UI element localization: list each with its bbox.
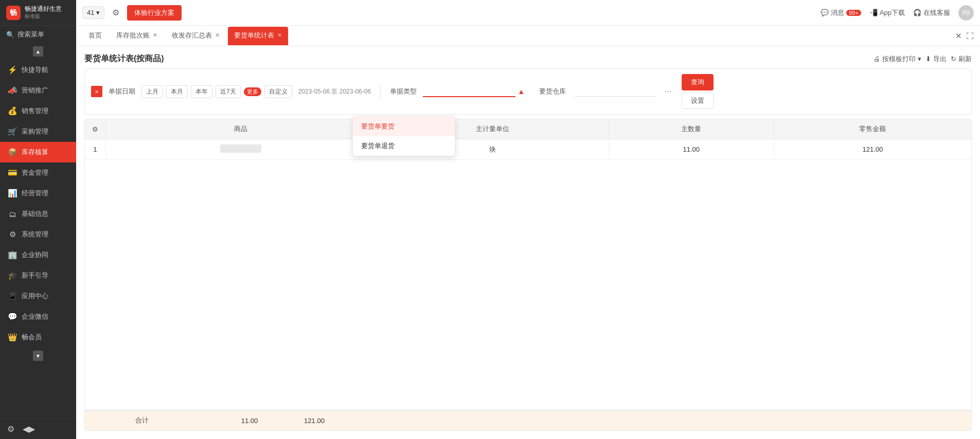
search-menu-item[interactable]: 🔍 搜索菜单 xyxy=(0,26,76,43)
filter-date-this-month[interactable]: 本月 xyxy=(166,85,188,98)
close-all-icon[interactable]: ✕ xyxy=(955,31,962,41)
sidebar-item-sales[interactable]: 💰 销售管理 xyxy=(0,101,76,121)
sales-icon: 💰 xyxy=(7,106,17,116)
filter-warehouse-input-wrap xyxy=(574,86,656,97)
logo-icon: 畅 xyxy=(6,6,21,20)
dropdown-item-order-goods[interactable]: 要货单要货 xyxy=(353,117,455,136)
filter-date-range: 2023-05-06 至 2023-06-06 xyxy=(298,87,371,96)
user-avatar-item[interactable]: Rit xyxy=(958,5,974,21)
filter-date-this-year[interactable]: 本年 xyxy=(191,85,212,98)
sidebar-item-operation[interactable]: 📊 经营管理 xyxy=(0,183,76,204)
basic-icon: 🗂 xyxy=(7,209,17,219)
tab-home[interactable]: 首页 xyxy=(82,27,108,45)
filter-type-input-wrap: ▲ xyxy=(423,86,525,97)
enterprise-icon: 🏢 xyxy=(7,250,17,260)
sidebar-nav: ▲ ⚡ 快捷导航 📣 营销推广 💰 销售管理 🛒 采购管理 📦 库存核算 💳 资… xyxy=(0,43,76,418)
wechat-icon: 💬 xyxy=(7,312,17,322)
tab-bar: 首页 库存批次账 ✕ 收发存汇总表 ✕ 要货单统计表 ✕ ✕ ⛶ xyxy=(76,26,980,46)
sidebar-item-guide[interactable]: 🎓 新手引导 xyxy=(0,265,76,286)
messages-item[interactable]: 💬 消息 99+ xyxy=(821,8,861,17)
table-header-row: ⚙ 商品 主计量单位 主数量 零售金额 xyxy=(85,119,971,139)
th-product: 商品 xyxy=(105,119,377,139)
tabs-actions: ✕ ⛶ xyxy=(955,31,974,41)
scroll-down-btn[interactable]: ▼ xyxy=(33,351,43,361)
sidebar: 畅 畅捷通好生意 标准版 🔍 搜索菜单 ▲ ⚡ 快捷导航 📣 营销推广 💰 销售… xyxy=(0,0,76,439)
table-footer: 合计 11.00 121.00 xyxy=(85,410,971,430)
sidebar-logo: 畅 畅捷通好生意 标准版 xyxy=(0,0,76,26)
filter-more-badge[interactable]: 更多 xyxy=(244,87,261,96)
tab-close-order-stats[interactable]: ✕ xyxy=(277,32,282,39)
quick-nav-icon: ⚡ xyxy=(7,65,17,75)
filter-set-btn[interactable]: 设置 xyxy=(682,93,714,109)
td-product xyxy=(105,139,377,160)
user-avatar: Rit xyxy=(958,5,974,21)
settings-icon[interactable]: ⚙ xyxy=(7,424,14,434)
search-icon: 🔍 xyxy=(6,31,14,39)
sidebar-item-quick-nav[interactable]: ⚡ 快捷导航 xyxy=(0,60,76,80)
sidebar-item-finance[interactable]: 💳 资金管理 xyxy=(0,162,76,183)
tab-close-receive-summary[interactable]: ✕ xyxy=(215,32,220,39)
filter-warehouse-input[interactable] xyxy=(574,86,656,96)
print-btn[interactable]: 🖨 按模板打印 ▾ xyxy=(874,54,921,64)
members-icon: 👑 xyxy=(7,332,17,342)
app-download-item[interactable]: 📲 App下载 xyxy=(869,8,905,17)
industry-btn[interactable]: 体验行业方案 xyxy=(127,5,182,21)
messages-badge: 99+ xyxy=(846,10,861,16)
sidebar-item-members[interactable]: 👑 畅会员 xyxy=(0,327,76,347)
tab-close-batch-ledger[interactable]: ✕ xyxy=(153,32,157,39)
sidebar-item-inventory[interactable]: 📦 库存核算 xyxy=(0,142,76,162)
filter-date-last-month[interactable]: 上月 xyxy=(141,85,163,98)
data-table: ⚙ 商品 主计量单位 主数量 零售金额 1 块 xyxy=(85,119,971,160)
maximize-icon[interactable]: ⛶ xyxy=(966,31,974,40)
company-dropdown-icon: ▾ xyxy=(96,9,100,16)
customer-service-item[interactable]: 🎧 在线客服 xyxy=(913,8,950,17)
collapse-icon[interactable]: ◀▶ xyxy=(23,424,35,434)
filter-expand-btn[interactable]: » xyxy=(91,86,102,97)
filter-query-btn[interactable]: 查询 xyxy=(682,74,714,90)
company-settings-btn[interactable]: ⚙ xyxy=(109,6,123,20)
tab-receive-summary[interactable]: 收发存汇总表 ✕ xyxy=(166,27,226,45)
app-download-icon: 📲 xyxy=(869,9,878,16)
inventory-icon: 📦 xyxy=(7,147,17,157)
page-header: 要货单统计表(按商品) 🖨 按模板打印 ▾ ⬇ 导出 ↻ 刷新 xyxy=(76,46,980,68)
tab-batch-ledger[interactable]: 库存批次账 ✕ xyxy=(110,27,164,45)
refresh-btn[interactable]: ↻ 刷新 xyxy=(951,54,972,64)
th-qty: 主数量 xyxy=(609,119,774,139)
app-center-icon: 📱 xyxy=(7,291,17,301)
data-table-wrap: ⚙ 商品 主计量单位 主数量 零售金额 1 块 xyxy=(84,119,972,410)
sidebar-item-system[interactable]: ⚙ 系统管理 xyxy=(0,224,76,245)
headphone-icon: 🎧 xyxy=(913,9,921,16)
main-area: 41 ▾ ⚙ 体验行业方案 💬 消息 99+ 📲 App下载 🎧 在线客服 xyxy=(76,0,980,439)
td-amount: 121.00 xyxy=(774,139,971,160)
total-label: 合计 xyxy=(120,416,190,425)
header-left: 41 ▾ ⚙ 体验行业方案 xyxy=(82,5,814,21)
column-settings-icon[interactable]: ⚙ xyxy=(92,125,98,133)
filter-right-btns: 查询 设置 xyxy=(682,74,714,109)
sidebar-item-enterprise[interactable]: 🏢 企业协同 xyxy=(0,245,76,265)
sidebar-item-app-center[interactable]: 📱 应用中心 xyxy=(0,286,76,306)
sidebar-item-basic[interactable]: 🗂 基础信息 xyxy=(0,204,76,224)
dropdown-item-order-return[interactable]: 要货单退货 xyxy=(353,136,455,156)
sidebar-item-marketing[interactable]: 📣 营销推广 xyxy=(0,80,76,101)
filter-type-input[interactable] xyxy=(423,86,515,97)
finance-icon: 💳 xyxy=(7,168,17,178)
sidebar-item-wechat[interactable]: 💬 企业微信 xyxy=(0,306,76,327)
filter-ellipsis-icon[interactable]: ··· xyxy=(665,87,671,96)
export-icon: ⬇ xyxy=(925,55,931,63)
page-content: 要货单统计表(按商品) 🖨 按模板打印 ▾ ⬇ 导出 ↻ 刷新 » xyxy=(76,46,980,439)
filter-type-chevron-up-icon[interactable]: ▲ xyxy=(518,87,525,96)
td-num: 1 xyxy=(85,139,105,160)
marketing-icon: 📣 xyxy=(7,85,17,96)
logo-text: 畅捷通好生意 标准版 xyxy=(25,5,62,21)
filter-date-last-7-days[interactable]: 近7天 xyxy=(216,85,241,98)
tab-order-stats[interactable]: 要货单统计表 ✕ xyxy=(228,27,288,45)
filter-date-custom[interactable]: 自定义 xyxy=(264,85,292,98)
filter-bar: » 单据日期 上月 本月 本年 近7天 更多 自定义 2023-05-06 至 … xyxy=(84,68,972,115)
operation-icon: 📊 xyxy=(7,188,17,198)
table-row: 1 块 11.00 121.00 xyxy=(85,139,971,160)
company-selector[interactable]: 41 ▾ xyxy=(82,6,104,19)
header-right: 💬 消息 99+ 📲 App下载 🎧 在线客服 Rit xyxy=(821,5,974,21)
sidebar-item-purchase[interactable]: 🛒 采购管理 xyxy=(0,121,76,142)
scroll-up-btn[interactable]: ▲ xyxy=(33,46,43,57)
export-btn[interactable]: ⬇ 导出 xyxy=(925,54,947,64)
